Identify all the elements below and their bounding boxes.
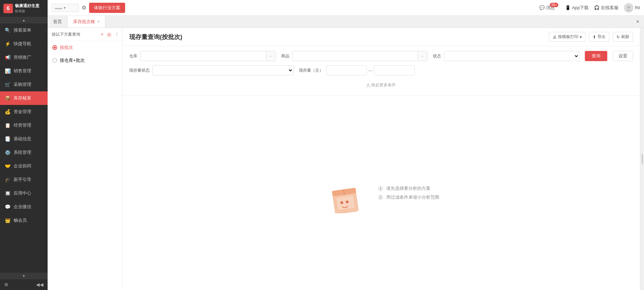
right-scroll-handle[interactable] <box>640 28 644 290</box>
marketing-icon: 📢 <box>4 54 11 61</box>
topbar-dropdown-text: ▬▬ <box>55 6 62 10</box>
search-form: 仓库 ··· 商品 ··· 状态 <box>122 46 640 96</box>
topbar-gear-icon[interactable]: ⚙ <box>82 4 86 11</box>
user-profile-btn[interactable]: Rit <box>624 3 640 13</box>
filter-header-label: 按以下方案查询 <box>52 32 80 37</box>
export-btn[interactable]: ⬆ 导出 <box>589 32 609 42</box>
sidebar-item-shortcut[interactable]: ⚡ 快捷导航 <box>0 37 48 51</box>
inventory-qty-max-input[interactable] <box>374 65 415 75</box>
page-header: 现存量查询(按批次) 🖨 按模板打印 ▾ ⬆ 导出 ↻ 刷新 <box>122 28 640 46</box>
print-btn[interactable]: 🖨 按模板打印 ▾ <box>549 32 586 42</box>
filter-header-icons: ＋ ◎ 《 <box>100 31 118 37</box>
form-row-2: 现存量状态 现存量（主） — <box>129 65 633 75</box>
tabbar: 首页 库存批次账 × × <box>48 16 644 28</box>
empty-steps: 1 请先选择要分析的方案 2 用过滤条件来缩小分析范围 <box>377 185 439 200</box>
filter-scheme-by-batch[interactable]: 按批次 <box>48 41 122 54</box>
messages-badge: 99+ <box>550 3 558 7</box>
sidebar-scroll-up[interactable]: ▲ <box>0 17 48 23</box>
filter-add-icon[interactable]: ＋ <box>100 31 104 37</box>
sidebar-item-label-finance: 资金管理 <box>14 109 31 115</box>
tab-close-icon[interactable]: × <box>97 19 100 24</box>
sidebar-item-wxenterprise[interactable]: 💬 企业微信 <box>0 200 48 214</box>
svg-point-0 <box>627 6 630 8</box>
inventory-status-group: 现存量状态 <box>129 65 293 75</box>
filter-radio-by-warehouse-batch <box>52 58 57 63</box>
inventory-qty-min-input[interactable] <box>326 65 367 75</box>
sidebar-item-label-system: 系统管理 <box>14 149 31 156</box>
goods-input[interactable] <box>292 51 418 61</box>
sidebar-item-members[interactable]: 👑 畅会员 <box>0 214 48 227</box>
sidebar-item-newbie[interactable]: 🎓 新手引导 <box>0 173 48 186</box>
sidebar-item-label-purchase: 采购管理 <box>14 81 31 88</box>
goods-label: 商品 <box>281 53 289 59</box>
warehouse-more-btn[interactable]: ··· <box>266 51 276 61</box>
sidebar: 6 畅康通好生意 标准版 ▲ 🔍 搜索菜单 ⚡ 快捷导航 📢 营销推广 📊 销售… <box>0 0 48 290</box>
sidebar-scroll-down[interactable]: ▼ <box>0 273 48 279</box>
messages-btn[interactable]: 💬 消息 99+ <box>539 5 555 11</box>
sidebar-item-basics[interactable]: 📑 基础信息 <box>0 132 48 146</box>
topbar-right: 💬 消息 99+ 📱 App下载 🎧 在线客服 Rit <box>539 3 640 13</box>
tab-inventory-batch[interactable]: 库存批次账 × <box>68 16 105 28</box>
experience-btn[interactable]: 体验行业方案 <box>89 3 125 13</box>
filter-scheme-by-warehouse-batch-label: 按仓库+批次 <box>60 57 85 64</box>
print-icon: 🖨 <box>553 35 557 39</box>
message-icon: 💬 <box>539 5 545 10</box>
svg-point-1 <box>626 9 631 11</box>
status-group: 状态 <box>433 51 579 61</box>
inventory-status-select[interactable] <box>152 65 293 75</box>
sidebar-item-inventory[interactable]: 📦 库存核算 <box>0 91 48 105</box>
export-icon: ⬆ <box>593 35 596 39</box>
sidebar-item-purchase[interactable]: 🛒 采购管理 <box>0 78 48 91</box>
settings-button[interactable]: 设置 <box>613 51 633 61</box>
basics-icon: 📑 <box>4 135 11 142</box>
sidebar-item-system[interactable]: ⚙️ 系统管理 <box>0 146 48 159</box>
collapse-sidebar-icon[interactable]: ◀◀ <box>36 282 44 287</box>
status-select[interactable] <box>444 51 579 61</box>
warehouse-input[interactable] <box>140 51 266 61</box>
filter-radio-by-batch <box>52 45 57 50</box>
online-service-label: 在线客服 <box>601 5 618 11</box>
system-icon: ⚙️ <box>4 149 11 156</box>
sidebar-item-enterprise[interactable]: 🤝 企业协同 <box>0 159 48 173</box>
export-btn-label: 导出 <box>597 34 606 40</box>
sidebar-item-label-appcenter: 应用中心 <box>14 190 31 196</box>
appcenter-icon: 🔲 <box>4 190 11 197</box>
page-actions: 🖨 按模板打印 ▾ ⬆ 导出 ↻ 刷新 <box>549 32 633 42</box>
filter-scheme-by-warehouse-batch[interactable]: 按仓库+批次 <box>48 54 122 67</box>
sidebar-item-sales[interactable]: 📊 销售管理 <box>0 64 48 78</box>
sidebar-item-label-wxenterprise: 企业微信 <box>14 204 31 210</box>
app-download-btn[interactable]: 📱 App下载 <box>565 5 589 11</box>
goods-group: 商品 ··· <box>281 51 428 61</box>
filter-target-icon[interactable]: ◎ <box>107 32 111 37</box>
settings-footer-icon[interactable]: ⚙ <box>4 282 9 287</box>
query-button[interactable]: 查询 <box>585 51 607 61</box>
app-edition: 标准版 <box>15 9 39 14</box>
tab-inventory-batch-label: 库存批次账 <box>73 19 95 25</box>
data-area: 1 请先选择要分析的方案 2 用过滤条件来缩小分析范围 <box>122 96 640 290</box>
sidebar-item-operations[interactable]: 📋 经营管理 <box>0 119 48 132</box>
main-content: 现存量查询(按批次) 🖨 按模板打印 ▾ ⬆ 导出 ↻ 刷新 <box>122 28 640 290</box>
refresh-btn[interactable]: ↻ 刷新 <box>613 32 633 42</box>
sidebar-item-appcenter[interactable]: 🔲 应用中心 <box>0 186 48 200</box>
topbar-left: ▬▬ ▾ ⚙ 体验行业方案 <box>52 3 125 13</box>
sidebar-item-finance[interactable]: 💰 资金管理 <box>0 105 48 119</box>
sidebar-item-search[interactable]: 🔍 搜索菜单 <box>0 23 48 37</box>
empty-illustration <box>323 173 364 213</box>
sidebar-item-label-members: 畅会员 <box>14 217 27 223</box>
sidebar-item-marketing[interactable]: 📢 营销推广 <box>0 51 48 64</box>
page-title: 现存量查询(按批次) <box>129 33 182 41</box>
collapse-row[interactable]: ⋀ 收起更多条件 <box>129 79 633 91</box>
tab-panel-close-btn[interactable]: × <box>631 19 644 25</box>
filter-collapse-icon[interactable]: 《 <box>114 32 118 37</box>
sidebar-item-label-sales: 销售管理 <box>14 68 31 74</box>
sidebar-item-label-shortcut: 快捷导航 <box>14 41 31 47</box>
chevron-up-icon: ⋀ <box>367 83 370 88</box>
tab-home[interactable]: 首页 <box>48 16 68 28</box>
online-service-btn[interactable]: 🎧 在线客服 <box>594 5 618 11</box>
topbar-dropdown[interactable]: ▬▬ ▾ <box>52 4 79 12</box>
warehouse-group: 仓库 ··· <box>129 51 276 61</box>
app-logo: 6 <box>3 4 13 13</box>
sidebar-item-label-inventory: 库存核算 <box>14 95 31 101</box>
goods-more-btn[interactable]: ··· <box>418 51 427 61</box>
shortcut-icon: ⚡ <box>4 40 11 47</box>
